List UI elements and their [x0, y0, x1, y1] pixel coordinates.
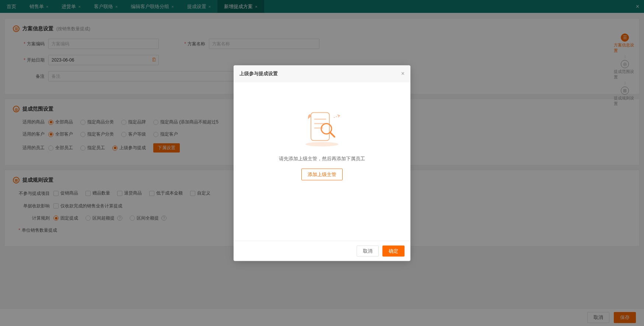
modal-empty-text: 请先添加上级主管，然后再添加下属员工: [279, 155, 365, 162]
superior-settings-modal: 上级参与提成设置 × 请先添加上级主管，然后再添加下属员工 添加上级主管 取消 …: [234, 65, 410, 261]
modal-ok-button[interactable]: 确定: [382, 245, 405, 256]
svg-point-0: [305, 142, 339, 146]
modal-body: 请先添加上级主管，然后再添加下属员工 添加上级主管: [234, 82, 410, 241]
modal-title: 上级参与提成设置: [239, 70, 278, 77]
add-superior-button[interactable]: 添加上级主管: [301, 168, 343, 180]
modal-footer: 取消 确定: [234, 241, 410, 261]
svg-line-5: [330, 132, 335, 137]
modal-cancel-button[interactable]: 取消: [357, 245, 379, 256]
modal-header: 上级参与提成设置 ×: [234, 65, 410, 82]
modal-close-icon[interactable]: ×: [401, 70, 405, 77]
empty-state-icon: [300, 104, 344, 148]
